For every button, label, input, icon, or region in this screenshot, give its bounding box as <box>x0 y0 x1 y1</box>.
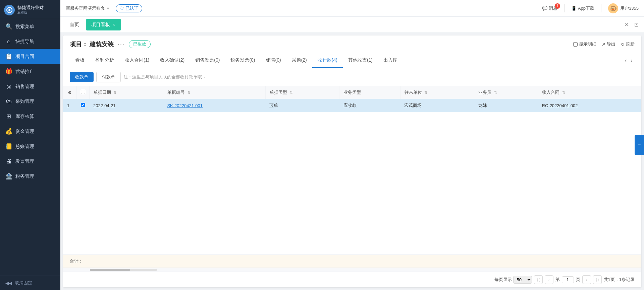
more-options-btn[interactable]: ··· <box>118 41 125 48</box>
subtabs: 看板 盈利分析 收入合同(1) 收入确认(2) 销售发票(0) 税务发票(0) … <box>63 53 641 68</box>
cell-check[interactable] <box>76 99 89 112</box>
refresh-btn[interactable]: ↻ 刷新 <box>621 41 635 47</box>
th-income-contract-label: 收入合同 <box>542 90 559 95</box>
user-menu[interactable]: 🐵 用户3355 <box>608 3 639 13</box>
phone-icon: 📱 <box>571 6 577 11</box>
subtab-other[interactable]: 其他收支(1) <box>343 53 378 68</box>
subtab-kanban[interactable]: 看板 <box>70 53 90 68</box>
sidebar-item-invoice[interactable]: 🖨 发票管理 <box>0 154 60 169</box>
sidebar-item-tax[interactable]: 🏦 税务管理 <box>0 169 60 184</box>
tab-home[interactable]: 首页 <box>64 19 85 30</box>
sidebar-item-project-contract[interactable]: 📋 项目合同 <box>0 49 60 64</box>
page-size-dropdown[interactable]: 20 50 100 <box>513 276 532 284</box>
messages-btn[interactable]: 💬 消息 1 <box>542 5 557 11</box>
th-income-contract[interactable]: 收入合同 ⇅ <box>538 86 641 99</box>
subtab-prev-icon[interactable]: ‹ <box>623 55 629 66</box>
page-size-prefix: 每页显示 <box>494 277 512 283</box>
show-detail-toggle[interactable]: 显示明细 <box>573 41 596 47</box>
sidebar-item-label: 营销推广 <box>15 69 34 75</box>
main-area: 新服务官网演示账套 ▾ 🛡 已认证 💬 消息 1 📱 App下载 🐵 用户335… <box>60 0 644 290</box>
cell-number[interactable]: SK-20220421-001 <box>163 99 265 112</box>
subtab-next-icon[interactable]: › <box>629 55 635 66</box>
subtab-payment[interactable]: 收付款(4) <box>312 53 343 68</box>
project-label-prefix: 项目： <box>70 41 88 48</box>
status-badge: 已生效 <box>129 40 151 48</box>
page-number-input[interactable] <box>562 276 574 283</box>
table-row[interactable]: 1 2022-04-21 SK-20220421-001 蓝单 应收款 宏茂商场… <box>63 99 641 112</box>
scrollbar-track[interactable] <box>90 269 157 271</box>
sub-toolbar: 收款单 付款单 注：这里是与项目关联的全部收付款单哦～ <box>63 68 641 86</box>
tab-project-board[interactable]: 项目看板 × <box>86 19 121 30</box>
th-salesman[interactable]: 业务员 ⇅ <box>474 86 538 99</box>
sales-icon: ◎ <box>5 83 12 90</box>
window-maximize-btn[interactable]: ⊡ <box>633 20 640 29</box>
inventory-icon: ⊞ <box>5 113 12 120</box>
th-type[interactable]: 单据类型 ⇅ <box>265 86 339 99</box>
page-last-btn[interactable]: ⟩⟩ <box>593 275 602 284</box>
sidebar-item-label: 销售管理 <box>15 84 34 90</box>
sort-icon2: ⇅ <box>187 90 191 94</box>
scrollbar-thumb[interactable] <box>90 269 130 271</box>
th-checkbox[interactable] <box>76 86 89 99</box>
right-panel-toggle[interactable]: ≡ <box>635 135 644 155</box>
payment-payment-btn[interactable]: 付款单 <box>96 72 121 82</box>
app-download-btn[interactable]: 📱 App下载 <box>571 5 594 11</box>
th-settings[interactable]: ⚙ <box>63 86 76 99</box>
page-first-btn[interactable]: ⟨⟨ <box>534 275 543 284</box>
sidebar-logo: 畅捷通好业财 标准版 <box>0 0 60 19</box>
show-detail-checkbox[interactable] <box>573 42 578 47</box>
subtab-income-contract[interactable]: 收入合同(1) <box>119 53 155 68</box>
tabbar: 首页 项目看板 × ✕ ⊡ <box>60 17 644 33</box>
page-next-btn[interactable]: › <box>582 275 591 284</box>
chevron-down-icon: ▾ <box>107 6 109 11</box>
home-icon: ⌂ <box>5 38 12 45</box>
th-salesman-label: 业务员 <box>478 90 491 95</box>
sidebar-item-ledger[interactable]: 📒 总账管理 <box>0 139 60 154</box>
cell-index: 1 <box>63 99 76 112</box>
account-selector[interactable]: 新服务官网演示账套 ▾ <box>66 5 109 11</box>
sidebar-item-capital[interactable]: 💰 资金管理 <box>0 124 60 139</box>
sidebar-item-label: 采购管理 <box>15 98 34 104</box>
th-date-label: 单据日期 <box>94 90 111 95</box>
sidebar-item-purchase[interactable]: 🛍 采购管理 <box>0 94 60 109</box>
sidebar-item-sales[interactable]: ◎ 销售管理 <box>0 79 60 94</box>
th-number[interactable]: 单据编号 ⇅ <box>163 86 265 99</box>
show-detail-label: 显示明细 <box>579 41 596 47</box>
purchase-icon: 🛍 <box>5 98 12 105</box>
select-all-checkbox[interactable] <box>81 90 85 94</box>
row-checkbox[interactable] <box>81 103 85 107</box>
sidebar-item-marketing[interactable]: 🎁 营销推广 <box>0 64 60 79</box>
page-prev-btn[interactable]: ‹ <box>545 275 553 284</box>
subtab-sales-invoice[interactable]: 销售发票(0) <box>190 53 225 68</box>
cell-salesman: 龙妹 <box>474 99 538 112</box>
marketing-icon: 🎁 <box>5 68 12 75</box>
cell-partner: 宏茂商场 <box>400 99 474 112</box>
verified-badge: 🛡 已认证 <box>116 4 142 12</box>
sidebar-item-search[interactable]: 🔍 搜索菜单 <box>0 19 60 34</box>
payment-receipt-btn[interactable]: 收款单 <box>70 72 94 82</box>
sort-icon3: ⇅ <box>290 90 293 94</box>
sidebar-item-label: 库存核算 <box>15 114 34 120</box>
subtab-tax-invoice[interactable]: 税务发票(0) <box>225 53 260 68</box>
export-btn[interactable]: ↗ 导出 <box>602 41 615 47</box>
sub-toolbar-note: 注：这里是与项目关联的全部收付款单哦～ <box>123 74 206 80</box>
page-size-select[interactable]: 每页显示 20 50 100 <box>494 276 532 284</box>
subtab-purchase[interactable]: 采购(2) <box>286 53 312 68</box>
pagination: 每页显示 20 50 100 ⟨⟨ ‹ 第 页 › ⟩⟩ 共1页，1条记录 <box>63 272 641 287</box>
app-name: 畅捷通好业财 <box>17 5 44 11</box>
subtab-income-confirm[interactable]: 收入确认(2) <box>155 53 190 68</box>
tab-close-icon[interactable]: × <box>112 22 116 27</box>
subtab-warehouse[interactable]: 出入库 <box>378 53 403 68</box>
sidebar-item-inventory[interactable]: ⊞ 库存核算 <box>0 109 60 124</box>
cell-biz-type: 应收款 <box>339 99 400 112</box>
subtab-sales[interactable]: 销售(0) <box>261 53 286 68</box>
window-close-btn[interactable]: ✕ <box>623 20 630 29</box>
subtab-profit[interactable]: 盈利分析 <box>90 53 119 68</box>
project-name: 建筑安装 <box>90 41 114 48</box>
sidebar-item-quicknav[interactable]: ⌂ 快捷导航 <box>0 34 60 49</box>
th-partner[interactable]: 往来单位 ⇅ <box>400 86 474 99</box>
sidebar-unpin[interactable]: ◀◀ 取消固定 <box>0 276 60 290</box>
scrollbar-row[interactable] <box>63 268 641 272</box>
th-date[interactable]: 单据日期 ⇅ <box>89 86 163 99</box>
page-prefix: 第 <box>555 277 560 283</box>
